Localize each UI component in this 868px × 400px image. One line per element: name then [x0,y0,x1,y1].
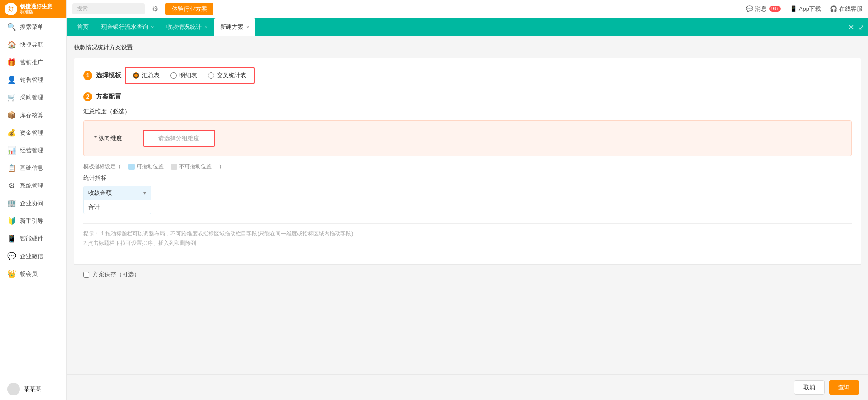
sidebar-item-operation[interactable]: 📊 经营管理 [0,141,66,159]
tab-new-plan-close[interactable]: × [246,24,249,30]
sidebar: 好 畅捷通好生意 标准版 🔍 搜索菜单 🏠 快捷导航 🎁 营销推广 👤 销售管理… [0,0,67,400]
sidebar-item-finance[interactable]: 💰 资金管理 [0,124,66,141]
indicator-col-header[interactable]: 收款金额 ▾ [84,186,151,200]
settings-icon[interactable]: ⚙ [152,5,158,13]
radio-summary-input[interactable] [133,72,139,79]
sidebar-item-label: 营销推广 [20,58,43,66]
movable-dot [128,164,135,170]
sidebar-item-weixin[interactable]: 💬 企业微信 [0,247,66,265]
tab-home[interactable]: 首页 [71,18,95,36]
indicator-settings-suffix: ） [219,163,224,170]
step1-label: 选择模板 [96,71,121,80]
radio-cross-input[interactable] [208,72,214,79]
tab-home-label: 首页 [77,23,89,31]
main-card: 1 选择模板 汇总表 明细表 交叉统计表 [74,58,861,264]
finance-icon: 💰 [7,128,16,137]
system-icon: ⚙ [7,181,16,190]
sidebar-item-basic-info[interactable]: 📋 基础信息 [0,159,66,177]
marketing-icon: 🎁 [7,58,16,66]
radio-detail-label: 明细表 [179,71,197,80]
sidebar-item-label: 新手引导 [20,217,43,225]
save-checkbox[interactable] [83,272,89,278]
sidebar-item-label: 企业协同 [20,199,43,207]
app-download-button[interactable]: 📱 App下载 [790,5,821,13]
tab-bank-flow[interactable]: 现金银行流水查询 × [95,18,160,36]
sidebar-item-label: 基础信息 [20,164,43,172]
sidebar-item-smart-hw[interactable]: 📱 智能硬件 [0,230,66,247]
step2-header: 2 方案配置 [83,92,852,101]
download-label: App下载 [799,5,821,13]
step1-section: 1 选择模板 汇总表 明细表 交叉统计表 [83,67,852,84]
cancel-button[interactable]: 取消 [794,380,825,395]
tab-new-plan-label: 新建方案 [220,23,244,31]
vertical-dim-label: * 纵向维度 [94,134,122,142]
radio-summary-label: 汇总表 [142,71,160,80]
sidebar-item-purchase[interactable]: 🛒 采购管理 [0,89,66,106]
close-all-tabs-icon[interactable]: ✕ [848,23,854,32]
dim-arrow: — [129,135,136,142]
sales-icon: 👤 [7,75,16,84]
sidebar-item-guide[interactable]: 🔰 新手引导 [0,212,66,230]
sidebar-item-label: 库存核算 [20,111,43,119]
trial-button[interactable]: 体验行业方案 [165,3,213,15]
stat-label: 统计指标 [83,174,852,182]
save-section: 方案保存（可选） [74,264,861,284]
drag-fixed-legend: 不可拖动位置 [171,163,212,170]
col-sub-label: 合计 [88,203,100,210]
sidebar-item-marketing[interactable]: 🎁 营销推广 [0,53,66,71]
tab-bank-flow-close[interactable]: × [151,24,154,30]
tab-new-plan[interactable]: 新建方案 × [214,18,255,36]
col-header-chevron: ▾ [143,190,146,196]
query-button[interactable]: 查询 [829,380,859,395]
service-icon: 🎧 [830,5,837,12]
indicator-table: 收款金额 ▾ 合计 [83,186,151,214]
sidebar-item-inventory[interactable]: 📦 库存核算 [0,106,66,124]
tips-section: 提示： 1.拖动标题栏可以调整布局，不可跨维度或指标区域拖动栏目字段(只能在同一… [83,223,852,247]
basic-info-icon: 📋 [7,164,16,172]
logo-icon: 好 [5,3,17,15]
tip-line-2: 2.点击标题栏下拉可设置排序、插入列和删除列 [83,240,852,247]
step1-num: 1 [83,71,92,80]
step1-header: 1 选择模板 汇总表 明细表 交叉统计表 [83,67,852,84]
member-icon: 👑 [7,269,16,278]
tip-line-1: 提示： 1.拖动标题栏可以调整布局，不可跨维度或指标区域拖动栏目字段(只能在同一… [83,230,852,238]
sidebar-item-label: 销售管理 [20,76,43,84]
radio-detail-input[interactable] [170,72,177,79]
sidebar-item-sales[interactable]: 👤 销售管理 [0,71,66,89]
sidebar-item-member[interactable]: 👑 畅会员 [0,265,66,282]
radio-summary[interactable]: 汇总表 [133,71,160,80]
dim-select-box[interactable]: 请选择分组维度 [143,130,215,147]
tab-receipt-stats-close[interactable]: × [204,24,207,30]
online-service-button[interactable]: 🎧 在线客服 [830,5,863,13]
sidebar-item-enterprise[interactable]: 🏢 企业协同 [0,194,66,212]
service-label: 在线客服 [839,5,863,13]
radio-cross-label: 交叉统计表 [217,71,246,80]
sidebar-item-system[interactable]: ⚙ 系统管理 [0,177,66,194]
col-header-label: 收款金额 [88,189,112,197]
sidebar-item-quick-nav[interactable]: 🏠 快捷导航 [0,36,66,53]
avatar [7,383,20,395]
sidebar-item-label: 畅会员 [20,270,38,278]
weixin-icon: 💬 [7,252,16,260]
page-title: 收款情况统计方案设置 [74,43,861,52]
sidebar-item-search-menu[interactable]: 🔍 搜索菜单 [0,18,66,36]
logo-text: 畅捷通好生意 [20,3,52,9]
sidebar-item-label: 资金管理 [20,129,43,137]
search-box[interactable]: 搜索 [72,3,145,14]
maximize-icon[interactable]: ⤢ [859,23,864,32]
step2-num: 2 [83,92,92,101]
radio-detail[interactable]: 明细表 [170,71,197,80]
tab-receipt-stats[interactable]: 收款情况统计 × [160,18,213,36]
tab-receipt-stats-label: 收款情况统计 [166,23,202,31]
tab-bank-flow-label: 现金银行流水查询 [101,23,148,31]
sidebar-item-label: 企业微信 [20,252,43,260]
radio-cross[interactable]: 交叉统计表 [208,71,246,80]
indicator-settings: 模板指标设定（ 可拖动位置 不可拖动位置 ） 统计指标 [83,163,852,214]
message-button[interactable]: 💬 消息 99+ [746,5,781,13]
message-label: 消息 [755,5,767,13]
sidebar-item-label: 采购管理 [20,94,43,102]
quick-nav-icon: 🏠 [7,40,16,49]
user-name: 某某某 [24,385,41,393]
purchase-icon: 🛒 [7,93,16,102]
content-area: 收款情况统计方案设置 1 选择模板 汇总表 明细表 [67,36,868,374]
